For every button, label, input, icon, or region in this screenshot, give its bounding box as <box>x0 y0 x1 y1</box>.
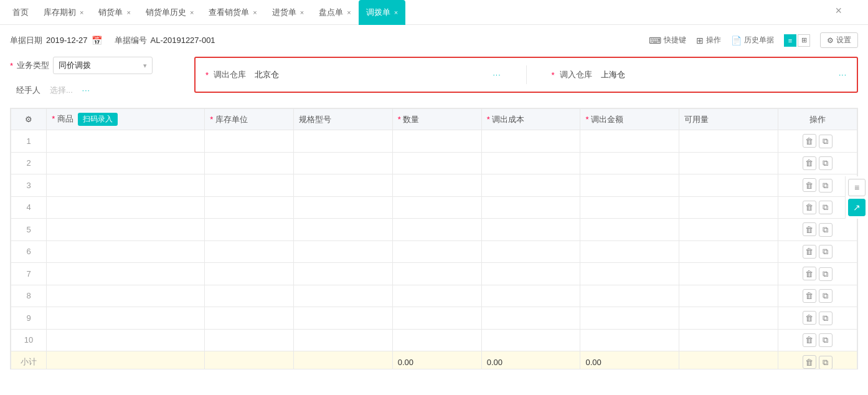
sidebar-list-button[interactable]: ≡ <box>848 179 866 196</box>
delete-row-button[interactable]: 🗑 <box>803 245 816 259</box>
amount-cell[interactable] <box>580 307 679 330</box>
tab-purchase-order[interactable]: 进货单 × <box>265 0 311 25</box>
cost-cell[interactable] <box>481 174 580 197</box>
tab-close-icon[interactable]: × <box>394 9 398 16</box>
calendar-icon[interactable]: 📅 <box>92 36 102 45</box>
quantity-cell[interactable] <box>392 174 481 197</box>
quantity-cell[interactable] <box>392 219 481 241</box>
cost-cell[interactable] <box>481 196 580 219</box>
window-close-button[interactable]: × <box>835 5 842 16</box>
delete-row-button[interactable]: 🗑 <box>803 355 816 369</box>
business-type-select[interactable]: 同价调拨 ▾ <box>53 57 153 74</box>
handler-input[interactable]: 选择... <box>44 82 78 99</box>
tab-close-icon[interactable]: × <box>253 9 257 16</box>
cost-cell[interactable] <box>481 152 580 174</box>
amount-cell[interactable] <box>580 285 679 307</box>
copy-row-button[interactable]: ⧉ <box>819 135 833 148</box>
layout-toggle[interactable]: ≡ ⊞ <box>784 34 810 47</box>
delete-row-button[interactable]: 🗑 <box>803 333 816 347</box>
tab-close-icon[interactable]: × <box>80 9 83 16</box>
cost-cell[interactable]: 0.00 <box>481 351 580 370</box>
product-cell[interactable] <box>47 174 205 197</box>
transfer-in-more-button[interactable]: ··· <box>839 70 847 79</box>
copy-row-button[interactable]: ⧉ <box>819 289 833 303</box>
copy-row-button[interactable]: ⧉ <box>819 245 833 259</box>
copy-row-button[interactable]: ⧉ <box>819 223 833 237</box>
cost-cell[interactable] <box>481 130 580 153</box>
copy-row-button[interactable]: ⧉ <box>819 201 833 214</box>
col-settings-header[interactable]: ⚙ <box>11 109 47 130</box>
tab-inventory-init[interactable]: 库存期初 × <box>36 0 91 25</box>
copy-row-button[interactable]: ⧉ <box>819 156 833 170</box>
quantity-cell[interactable] <box>392 240 481 263</box>
quantity-cell[interactable] <box>392 263 481 285</box>
cost-cell[interactable] <box>481 263 580 285</box>
delete-row-button[interactable]: 🗑 <box>803 222 816 236</box>
tab-view-sales[interactable]: 查看销货单 × <box>201 0 264 25</box>
product-cell[interactable] <box>47 307 205 330</box>
scan-button[interactable]: 扫码录入 <box>78 113 118 126</box>
delete-row-button[interactable]: 🗑 <box>803 178 816 192</box>
product-cell[interactable] <box>47 152 205 174</box>
cost-cell[interactable] <box>481 307 580 330</box>
amount-cell[interactable] <box>580 152 679 174</box>
transfer-out-more-button[interactable]: ··· <box>493 70 501 79</box>
product-cell[interactable] <box>47 219 205 241</box>
cost-cell[interactable] <box>481 240 580 263</box>
tab-close-icon[interactable]: × <box>126 9 130 16</box>
amount-cell[interactable] <box>580 219 679 241</box>
transfer-in-value[interactable]: 上海仓 <box>601 69 625 80</box>
copy-row-button[interactable]: ⧉ <box>819 356 833 369</box>
tab-close-icon[interactable]: × <box>300 9 304 16</box>
copy-row-button[interactable]: ⧉ <box>819 267 833 281</box>
sidebar-export-button[interactable]: ↗ <box>848 199 866 216</box>
date-value[interactable]: 2019-12-27 <box>46 36 88 45</box>
history-action[interactable]: 📄 历史单据 <box>731 35 774 45</box>
cost-cell[interactable] <box>481 329 580 351</box>
copy-row-button[interactable]: ⧉ <box>819 312 833 325</box>
copy-row-button[interactable]: ⧉ <box>819 179 833 193</box>
tab-stocktaking[interactable]: 盘点单 × <box>311 0 358 25</box>
quantity-cell[interactable] <box>392 285 481 307</box>
cost-cell[interactable] <box>481 285 580 307</box>
quantity-cell[interactable] <box>392 130 481 153</box>
delete-row-button[interactable]: 🗑 <box>803 134 816 148</box>
amount-cell[interactable] <box>580 130 679 153</box>
tab-home[interactable]: 首页 <box>5 0 36 25</box>
quantity-cell[interactable] <box>392 307 481 330</box>
product-cell[interactable] <box>47 351 205 370</box>
quantity-cell[interactable]: 0.00 <box>392 351 481 370</box>
amount-cell[interactable] <box>580 329 679 351</box>
amount-cell[interactable]: 0.00 <box>580 351 679 370</box>
quantity-cell[interactable] <box>392 196 481 219</box>
amount-cell[interactable] <box>580 196 679 219</box>
amount-cell[interactable] <box>580 174 679 197</box>
tab-close-icon[interactable]: × <box>190 9 194 16</box>
settings-button[interactable]: ⚙ 设置 <box>820 32 858 48</box>
copy-row-button[interactable]: ⧉ <box>819 333 833 347</box>
delete-row-button[interactable]: 🗑 <box>803 289 816 303</box>
product-cell[interactable] <box>47 240 205 263</box>
product-cell[interactable] <box>47 263 205 285</box>
tab-sales-order[interactable]: 销货单 × <box>91 0 138 25</box>
delete-row-button[interactable]: 🗑 <box>803 201 816 214</box>
tab-transfer[interactable]: 调拨单 × <box>359 0 405 25</box>
delete-row-button[interactable]: 🗑 <box>803 156 816 170</box>
delete-row-button[interactable]: 🗑 <box>803 267 816 280</box>
transfer-out-value[interactable]: 北京仓 <box>255 69 279 80</box>
product-cell[interactable] <box>47 196 205 219</box>
operation-action[interactable]: ⊞ 操作 <box>696 35 721 45</box>
shortcut-action[interactable]: ⌨ 快捷键 <box>649 35 686 45</box>
tab-sales-history[interactable]: 销货单历史 × <box>138 0 201 25</box>
quantity-cell[interactable] <box>392 329 481 351</box>
product-cell[interactable] <box>47 130 205 153</box>
grid-layout-icon[interactable]: ⊞ <box>798 34 810 47</box>
delete-row-button[interactable]: 🗑 <box>803 311 816 325</box>
handler-more-button[interactable]: ··· <box>82 86 90 95</box>
amount-cell[interactable] <box>580 240 679 263</box>
tab-close-icon[interactable]: × <box>347 9 351 16</box>
amount-cell[interactable] <box>580 263 679 285</box>
cost-cell[interactable] <box>481 219 580 241</box>
product-cell[interactable] <box>47 285 205 307</box>
list-layout-icon[interactable]: ≡ <box>784 34 796 47</box>
